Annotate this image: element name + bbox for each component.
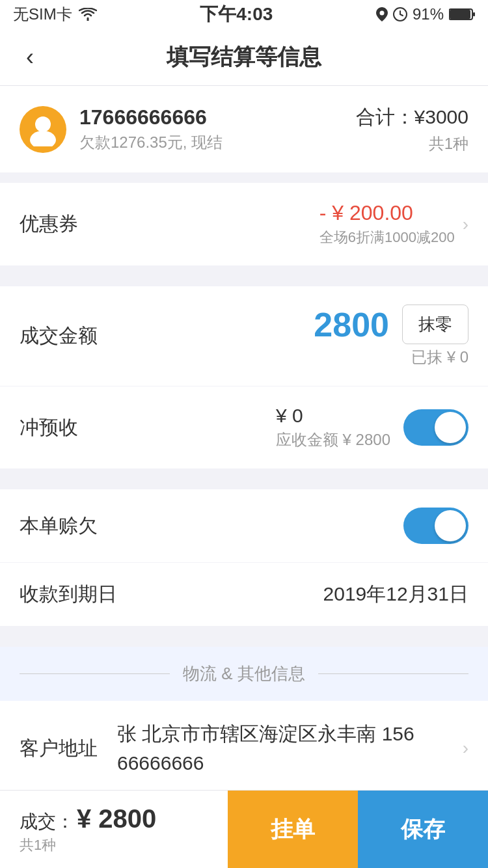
section-divider-3	[0, 636, 488, 647]
customer-total: 合计：¥3000 共1种	[356, 104, 468, 154]
prepay-label: 冲预收	[20, 414, 78, 441]
due-date-value: 2019年12月31日	[323, 581, 468, 608]
coupon-desc: 全场6折满1000减200	[319, 228, 455, 247]
wifi-icon	[79, 8, 97, 21]
carrier-text: 无SIM卡	[13, 4, 72, 25]
logistics-header: 物流 & 其他信息	[0, 647, 488, 701]
coupon-row[interactable]: 优惠券 - ¥ 200.00 全场6折满1000减200 ›	[0, 183, 488, 265]
footer-summary: 成交： ¥ 2800 共1种	[0, 791, 228, 868]
footer-label: 成交：	[20, 809, 74, 834]
prepay-amount: ¥ 0	[276, 405, 390, 427]
svg-rect-6	[473, 12, 475, 16]
section-divider-2	[0, 479, 488, 489]
section-divider-1	[0, 276, 488, 286]
status-bar: 无SIM卡 下午4:03 91%	[0, 0, 488, 29]
customer-card: 17666666666 欠款1276.35元, 现结 合计：¥3000 共1种	[0, 86, 488, 172]
address-chevron-icon: ›	[463, 738, 468, 759]
location-icon	[376, 7, 388, 21]
logistics-line-right	[318, 673, 468, 674]
writeoff-label: 本单赊欠	[20, 513, 98, 539]
address-label: 客户地址	[20, 735, 98, 762]
prepay-sub: 应收金额 ¥ 2800	[276, 429, 390, 450]
total-count: 共1种	[356, 133, 468, 154]
writeoff-section: 本单赊欠 收款到期日 2019年12月31日	[0, 489, 488, 626]
avatar	[20, 106, 66, 153]
battery-percent: 91%	[413, 5, 444, 23]
svg-rect-5	[450, 10, 470, 19]
battery-icon	[449, 8, 475, 21]
footer-count: 共1种	[20, 835, 208, 855]
hold-button[interactable]: 挂单	[228, 791, 358, 868]
status-right: 91%	[376, 5, 475, 23]
logistics-title: 物流 & 其他信息	[183, 662, 305, 685]
transaction-section: 成交金额 2800 抹零 已抹 ¥ 0 冲预收 ¥ 0 应收金额 ¥ 2800	[0, 286, 488, 468]
writeoff-row: 本单赊欠	[0, 489, 488, 563]
transaction-amount-label: 成交金额	[20, 323, 98, 349]
coupon-amount: - ¥ 200.00	[319, 201, 455, 225]
logistics-line-left	[20, 673, 170, 674]
svg-point-8	[30, 131, 56, 146]
address-row[interactable]: 客户地址 张 北京市市辖区海淀区永丰南 156 66666666 ›	[0, 701, 488, 796]
avatar-icon	[26, 113, 60, 146]
customer-debt: 欠款1276.35元, 现结	[79, 132, 223, 153]
transaction-amount-row: 成交金额 2800 抹零 已抹 ¥ 0	[0, 286, 488, 387]
svg-point-7	[35, 116, 51, 132]
status-left: 无SIM卡	[13, 4, 97, 25]
nav-bar: ‹ 填写结算等信息	[0, 29, 488, 86]
total-amount: 合计：¥3000	[356, 104, 468, 131]
prepay-toggle[interactable]	[403, 409, 468, 446]
clock-icon	[393, 7, 407, 21]
back-button[interactable]: ‹	[13, 37, 47, 77]
address-value: 张 北京市市辖区海淀区永丰南 156 66666666	[117, 719, 456, 778]
toggle-knob	[435, 412, 466, 443]
customer-phone: 17666666666	[79, 105, 223, 129]
prepay-row: 冲预收 ¥ 0 应收金额 ¥ 2800	[0, 387, 488, 468]
coupon-label: 优惠券	[20, 211, 78, 237]
writeoff-toggle-knob	[435, 510, 466, 541]
footer-amount: ¥ 2800	[77, 804, 156, 834]
round-off-button[interactable]: 抹零	[402, 305, 468, 344]
svg-point-0	[379, 11, 384, 16]
footer: 成交： ¥ 2800 共1种 挂单 保存	[0, 790, 488, 868]
status-time: 下午4:03	[200, 2, 273, 27]
transaction-amount-value: 2800	[314, 305, 389, 344]
due-date-label: 收款到期日	[20, 581, 117, 608]
customer-left: 17666666666 欠款1276.35元, 现结	[20, 105, 223, 153]
transaction-amount-sub: 已抹 ¥ 0	[314, 347, 468, 368]
page-title: 填写结算等信息	[167, 42, 321, 72]
due-date-row: 收款到期日 2019年12月31日	[0, 563, 488, 626]
coupon-chevron-icon: ›	[463, 214, 468, 235]
save-button[interactable]: 保存	[358, 791, 488, 868]
customer-info: 17666666666 欠款1276.35元, 现结	[79, 105, 223, 153]
writeoff-toggle[interactable]	[403, 508, 468, 544]
svg-line-3	[400, 14, 403, 16]
